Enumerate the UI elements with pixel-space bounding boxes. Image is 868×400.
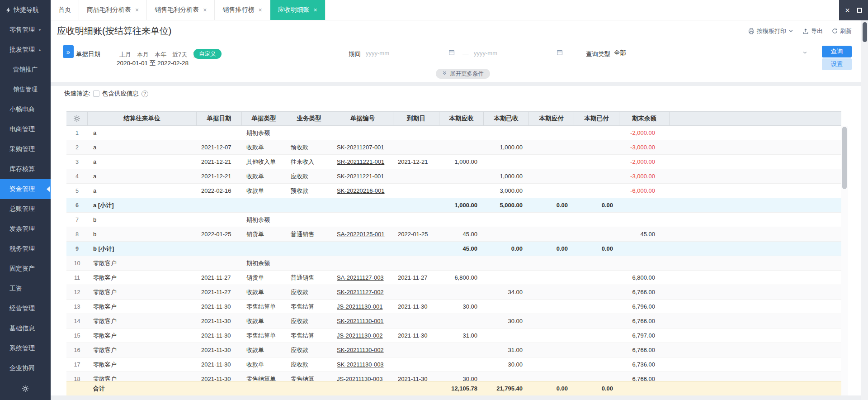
sidebar-item-wholesale[interactable]: 批发管理▲ [0,40,51,60]
sidebar-item-operations[interactable]: 经营管理 [0,299,51,319]
table-row[interactable]: 6a [小计]1,000.005,000.000.000.00 [66,198,841,213]
maximize-window-icon[interactable] [857,8,862,13]
doc-no-link[interactable]: SA-20211127-003 [337,274,384,281]
sidebar-item-inventory[interactable]: 库存核算 [0,159,51,179]
sidebar-item-system[interactable]: 系统管理 [0,338,51,358]
tab-home[interactable]: 首页 [51,0,79,20]
table-row[interactable]: 14零散客户2021-11-30收款单应收款SK-20211130-00130.… [66,314,841,329]
doc-no-link[interactable]: SK-20211207-001 [337,144,384,151]
table-row[interactable]: 9b [小计]45.000.000.000.00 [66,242,841,256]
custom-range-badge[interactable]: 自定义 [193,49,222,59]
print-by-template-button[interactable]: 按模板打印 [748,27,793,35]
sidebar-item-base-info[interactable]: 基础信息 [0,319,51,338]
cell-n: 12 [66,285,88,299]
period-to-input[interactable]: yyyy-mm [471,47,565,59]
cell-bal: -2,000.00 [619,155,670,169]
table-scrollbar[interactable] [841,126,848,395]
table-row[interactable]: 12零散客户2021-11-27收款单应收款SK-20211127-00234.… [66,285,841,300]
doc-no-link[interactable]: SK-20220216-001 [337,187,385,194]
doc-no-link[interactable]: SK-20211130-001 [337,318,384,324]
table-row[interactable]: 5a2022-02-16收款单预收款SK-20220216-0013,000.0… [66,184,841,198]
quick-range-last-7-days[interactable]: 近7天 [172,51,187,59]
table-row[interactable]: 15零散客户2021-11-30零售结算单零售结算JS-20211130-002… [66,329,841,343]
column-settings-gear-icon[interactable] [66,112,88,125]
cell-rc: 5,000.00 [484,198,529,212]
doc-no-link[interactable]: JS-20211130-002 [337,332,382,339]
calendar-icon[interactable] [448,49,455,57]
table-row[interactable]: 11零散客户2021-11-27销货单普通销售SA-20211127-00320… [66,271,841,285]
period-from-input[interactable]: yyyy-mm [363,47,457,59]
table-row[interactable]: 17零散客户2021-11-30收款单应收款SK-20211130-00330.… [66,357,841,372]
sidebar-item-xiaochang-ec[interactable]: 小畅电商 [0,100,51,119]
table-row[interactable]: 10零散客户期初余额 [66,256,841,271]
refresh-button[interactable]: 刷新 [832,27,852,35]
doc-no-link[interactable]: JS-20211130-003 [337,376,382,381]
help-icon[interactable]: ? [142,90,148,97]
sidebar-item-fixed-assets[interactable]: 固定资产 [0,259,51,279]
calendar-icon[interactable] [557,49,563,57]
sidebar-item-marketing[interactable]: 营销推广 [0,60,51,80]
doc-no-link[interactable]: SR-20211221-001 [337,158,384,165]
query-type-select[interactable]: 全部 [611,47,810,59]
quick-range-this-year[interactable]: 本年 [155,51,166,59]
sidebar-item-quick-nav[interactable]: 快捷导航 [0,0,51,20]
sidebar-item-payroll[interactable]: 工资 [0,279,51,299]
cell-rc: 1,000.00 [484,140,529,154]
tab-receivable-detail[interactable]: 应收明细账× [270,0,326,20]
table-row[interactable]: 13零散客户2021-11-30零售结算单零售结算JS-20211130-001… [66,300,841,314]
doc-no-link[interactable]: SK-20211130-003 [337,361,384,368]
tab-sales-ranking[interactable]: 销售排行榜× [215,0,270,20]
table-scrollbar-thumb[interactable] [842,127,847,189]
cell-ar [439,256,484,270]
sidebar-item-tax[interactable]: 税务管理 [0,239,51,259]
export-button[interactable]: 导出 [802,27,823,35]
sidebar-item-funds[interactable]: 资金管理 [0,179,51,199]
sidebar-item-invoice[interactable]: 发票管理 [0,219,51,239]
close-tab-icon[interactable]: × [135,7,139,13]
table-row[interactable]: 8b2022-01-25销货单普通销售SA-20220125-0012022-0… [66,227,841,242]
table-row[interactable]: 18零散客户2021-11-30零售结算单零售结算JS-20211130-003… [66,372,841,381]
sidebar-item-purchasing[interactable]: 采购管理 [0,139,51,159]
sidebar-item-retail[interactable]: 零售管理▼ [0,20,51,40]
close-tab-icon[interactable]: × [258,7,262,13]
close-tab-icon[interactable]: × [314,7,317,13]
sidebar-item-collaboration[interactable]: 企业协同 [0,358,51,378]
table-row[interactable]: 2a2021-12-07收款单预收款SK-20211207-0011,000.0… [66,140,841,155]
sidebar-item-general-ledger[interactable]: 总账管理 [0,199,51,219]
settings-button[interactable]: 设置 [822,58,852,70]
page-scrollbar-thumb[interactable] [863,22,867,42]
cell-filler [670,227,841,241]
query-button[interactable]: 查询 [822,46,852,57]
table-row[interactable]: 16零散客户2021-11-30收款单应收款SK-20211130-00231.… [66,343,841,357]
period-separator: — [462,50,469,57]
doc-no-link[interactable]: JS-20211130-001 [337,303,382,310]
quick-range-this-month[interactable]: 本月 [137,51,149,59]
table-row[interactable]: 3a2021-12-21其他收入单往来收入SR-20211221-0012021… [66,155,841,169]
close-window-icon[interactable]: × [845,6,850,14]
date-range-text: 2020-01-01 至 2022-02-28 [117,59,189,67]
cell-no: SK-20211221-001 [332,169,393,183]
table-row[interactable]: 4a2021-12-21收款单应收款SK-20211221-0011,000.0… [66,169,841,184]
doc-no-link[interactable]: SK-20211221-001 [337,173,384,180]
cell-unit: b [88,227,197,241]
double-chevron-down-icon [442,71,447,77]
quick-range-last-month[interactable]: 上月 [119,51,131,59]
collapse-filter-button[interactable]: » [63,45,74,58]
page-scrollbar[interactable] [861,20,868,400]
doc-no-link[interactable]: SK-20211127-002 [337,289,384,295]
sidebar-item-sales[interactable]: 销售管理 [0,80,51,100]
close-tab-icon[interactable]: × [203,7,207,13]
tab-sales-gross-profit[interactable]: 销售毛利分析表× [147,0,215,20]
cell-no [332,256,393,270]
sidebar-settings-gear-icon[interactable] [0,380,51,397]
sidebar-item-ecommerce[interactable]: 电商管理 [0,119,51,139]
doc-no-link[interactable]: SA-20220125-001 [337,231,385,238]
tab-product-gross-profit[interactable]: 商品毛利分析表× [79,0,147,20]
sidebar-item-label: 库存核算 [9,165,35,173]
include-supply-info-checkbox[interactable] [93,90,99,97]
column-header-filler [670,112,841,125]
table-row[interactable]: 7b期初余额 [66,213,841,227]
doc-no-link[interactable]: SK-20211130-002 [337,347,384,353]
expand-more-conditions-button[interactable]: 展开更多条件 [436,69,490,79]
table-row[interactable]: 1a期初余额-2,000.00 [66,126,841,140]
